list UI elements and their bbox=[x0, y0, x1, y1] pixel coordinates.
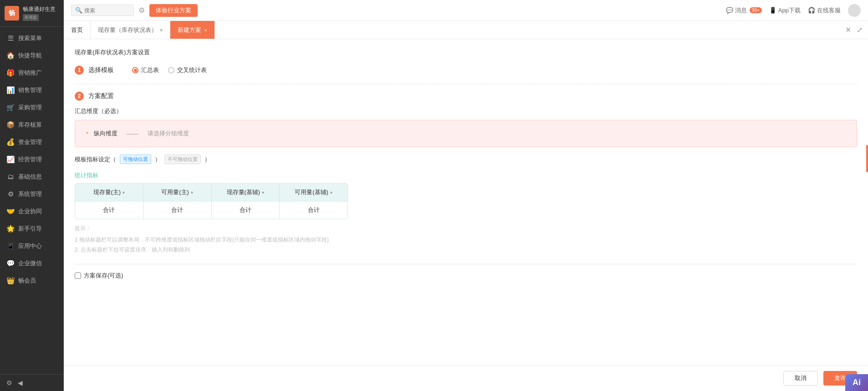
chevron-down-icon: ▾ bbox=[191, 190, 193, 195]
tips-section: 提示： 1.拖动标题栏可以调整布局，不可跨维度或指标区域拖动栏目字段(只能在同一… bbox=[75, 225, 857, 255]
search-box[interactable]: 🔍 bbox=[71, 5, 134, 16]
stat-table-header-cell[interactable]: 可用量(基辅)▾ bbox=[280, 184, 347, 201]
chevron-down-icon: ▾ bbox=[262, 190, 264, 195]
sidebar-item-label: 系统管理 bbox=[18, 190, 42, 198]
stats-label: 统计指标 bbox=[75, 171, 857, 180]
tab-close-action-icon[interactable]: ✕ bbox=[843, 24, 853, 36]
radio-summary-label: 汇总表 bbox=[141, 66, 159, 74]
sidebar-item-label: 资金管理 bbox=[18, 138, 42, 146]
stat-table-cell: 合计 bbox=[143, 201, 212, 219]
sidebar-item-label: 采购管理 bbox=[18, 103, 42, 112]
dimension-separator: —— bbox=[127, 130, 138, 137]
step2-section: 2 方案配置 汇总维度（必选） * 纵向维度 —— 请选择分组维度 bbox=[75, 92, 857, 255]
tabbar-actions: ✕ ⤢ bbox=[843, 24, 868, 36]
radio-cross-circle bbox=[168, 67, 174, 73]
save-checkbox[interactable] bbox=[75, 273, 81, 279]
online-service-item[interactable]: 🎧 在线客服 bbox=[808, 6, 841, 15]
tab-new-plan-close-icon[interactable]: × bbox=[204, 27, 207, 33]
chevron-down-icon: ▾ bbox=[330, 190, 332, 195]
cooperation-icon: 🤝 bbox=[6, 207, 15, 216]
sidebar-nav: ☰搜索菜单🏠快捷导航🎁营销推广📊销售管理🛒采购管理📦库存核算💰资金管理📈经营管理… bbox=[0, 27, 64, 374]
sidebar-item-member[interactable]: 👑畅会员 bbox=[0, 272, 64, 289]
bottom-bar: 取消 查询 bbox=[64, 365, 868, 391]
stat-table: 现存量(主)▾可用量(主)▾现存量(基辅)▾可用量(基辅)▾ 合计合计合计合计 bbox=[75, 183, 348, 219]
required-mark: * bbox=[86, 130, 88, 137]
sidebar-item-label: 企业微信 bbox=[18, 259, 42, 268]
trial-button[interactable]: 体验行业方案 bbox=[149, 4, 198, 17]
radio-summary[interactable]: 汇总表 bbox=[132, 66, 159, 74]
step1-header: 1 选择模板 汇总表 交叉统计表 bbox=[75, 66, 857, 75]
app-logo-icon: 畅 bbox=[5, 6, 19, 21]
stat-table-header-cell[interactable]: 现存量(主)▾ bbox=[75, 184, 143, 201]
sidebar-item-label: 基础信息 bbox=[18, 173, 42, 181]
sidebar-item-label: 快捷导航 bbox=[18, 51, 42, 60]
stat-table-header-cell[interactable]: 可用量(主)▾ bbox=[143, 184, 212, 201]
sidebar-item-label: 新手引导 bbox=[18, 225, 42, 233]
sidebar-item-finance[interactable]: 💰资金管理 bbox=[0, 134, 64, 151]
summary-dimension-label: 汇总维度（必选） bbox=[75, 107, 857, 115]
step2-header: 2 方案配置 bbox=[75, 92, 857, 101]
tab-expand-icon[interactable]: ⤢ bbox=[855, 24, 864, 36]
page-title: 现存量(库存状况表)方案设置 bbox=[75, 48, 857, 57]
dimension-placeholder[interactable]: 请选择分组维度 bbox=[148, 129, 189, 138]
system-icon: ⚙ bbox=[6, 190, 15, 198]
tab-inventory-status[interactable]: 现存量（库存状况表） × bbox=[91, 21, 170, 39]
quick-nav-icon: 🏠 bbox=[6, 51, 15, 60]
stat-table-header: 现存量(主)▾可用量(主)▾现存量(基辅)▾可用量(基辅)▾ bbox=[75, 184, 347, 201]
sidebar-item-wechat[interactable]: 💬企业微信 bbox=[0, 255, 64, 272]
messages-item[interactable]: 💬 消息 99+ bbox=[726, 6, 762, 15]
sidebar-item-label: 搜索菜单 bbox=[18, 34, 42, 42]
sidebar-item-newbie[interactable]: 🌟新手引导 bbox=[0, 220, 64, 237]
settings-icon[interactable]: ⚙ bbox=[6, 379, 12, 386]
message-icon: 💬 bbox=[726, 7, 733, 14]
sidebar-item-search-menu[interactable]: ☰搜索菜单 bbox=[0, 30, 64, 47]
sidebar-item-operations[interactable]: 📈经营管理 bbox=[0, 151, 64, 168]
search-input[interactable] bbox=[84, 7, 130, 14]
stat-table-cell: 合计 bbox=[212, 201, 280, 219]
radio-cross-label: 交叉统计表 bbox=[177, 66, 207, 74]
step2-badge: 2 bbox=[75, 92, 84, 101]
sidebar-item-label: 经营管理 bbox=[18, 155, 42, 164]
tabbar: 首页 现存量（库存状况表） × 新建方案 × ✕ ⤢ bbox=[64, 21, 868, 39]
content-area: 现存量(库存状况表)方案设置 1 选择模板 汇总表 交叉统计表 bbox=[64, 39, 868, 391]
scroll-handle[interactable] bbox=[866, 145, 868, 172]
sidebar-logo: 畅 畅康通好生意 标准版 bbox=[0, 0, 64, 27]
step1-title: 选择模板 bbox=[88, 66, 114, 74]
sidebar-item-sales[interactable]: 📊销售管理 bbox=[0, 82, 64, 99]
indicator-settings: 模板指标设定（ 可拖动位置 ） 不可拖动位置 ） bbox=[75, 154, 857, 164]
sidebar-item-app-center[interactable]: 📱应用中心 bbox=[0, 237, 64, 255]
tab-inventory-close-icon[interactable]: × bbox=[160, 27, 163, 33]
service-icon: 🎧 bbox=[808, 7, 815, 14]
sidebar-item-inventory[interactable]: 📦库存核算 bbox=[0, 116, 64, 134]
sidebar-item-label: 库存核算 bbox=[18, 121, 42, 129]
sidebar-item-quick-nav[interactable]: 🏠快捷导航 bbox=[0, 47, 64, 64]
tab-home[interactable]: 首页 bbox=[64, 21, 91, 39]
sidebar-item-marketing[interactable]: 🎁营销推广 bbox=[0, 64, 64, 82]
sidebar-item-base-info[interactable]: 🗂基础信息 bbox=[0, 168, 64, 185]
sidebar-item-cooperation[interactable]: 🤝企业协同 bbox=[0, 203, 64, 220]
sidebar-item-purchase[interactable]: 🛒采购管理 bbox=[0, 99, 64, 116]
cancel-button[interactable]: 取消 bbox=[783, 371, 818, 386]
dimension-label: 纵向维度 bbox=[94, 129, 117, 138]
tips-item-2: 2. 点击标题栏下拉可设置排序、插入列和删除列 bbox=[75, 245, 857, 255]
sidebar-item-system[interactable]: ⚙系统管理 bbox=[0, 185, 64, 203]
inventory-icon: 📦 bbox=[6, 121, 15, 129]
chevron-down-icon: ▾ bbox=[123, 190, 125, 195]
gear-icon[interactable]: ⚙ bbox=[138, 6, 145, 15]
stat-table-cell: 合计 bbox=[280, 201, 347, 219]
operations-icon: 📈 bbox=[6, 155, 15, 164]
tab-new-plan[interactable]: 新建方案 × bbox=[170, 21, 214, 39]
user-avatar[interactable] bbox=[848, 4, 861, 17]
save-option-label: 方案保存(可选) bbox=[84, 272, 123, 280]
tips-item-1: 1.拖动标题栏可以调整布局，不可跨维度或指标区域拖动栏目字段(只能在同一维度或指… bbox=[75, 235, 857, 245]
template-options: 汇总表 交叉统计表 bbox=[132, 66, 207, 74]
step1-section: 1 选择模板 汇总表 交叉统计表 bbox=[75, 66, 857, 75]
sidebar-item-label: 畅会员 bbox=[18, 277, 36, 285]
dimension-row: * 纵向维度 —— 请选择分组维度 bbox=[86, 129, 846, 138]
app-download-item[interactable]: 📱 App下载 bbox=[769, 6, 801, 15]
stat-table-header-cell[interactable]: 现存量(基辅)▾ bbox=[212, 184, 280, 201]
dimension-box: * 纵向维度 —— 请选择分组维度 bbox=[75, 120, 857, 147]
radio-cross[interactable]: 交叉统计表 bbox=[168, 66, 207, 74]
collapse-icon[interactable]: ◀ bbox=[18, 379, 23, 386]
indicator-settings-label: 模板指标设定（ 可拖动位置 ） 不可拖动位置 ） bbox=[75, 154, 857, 164]
